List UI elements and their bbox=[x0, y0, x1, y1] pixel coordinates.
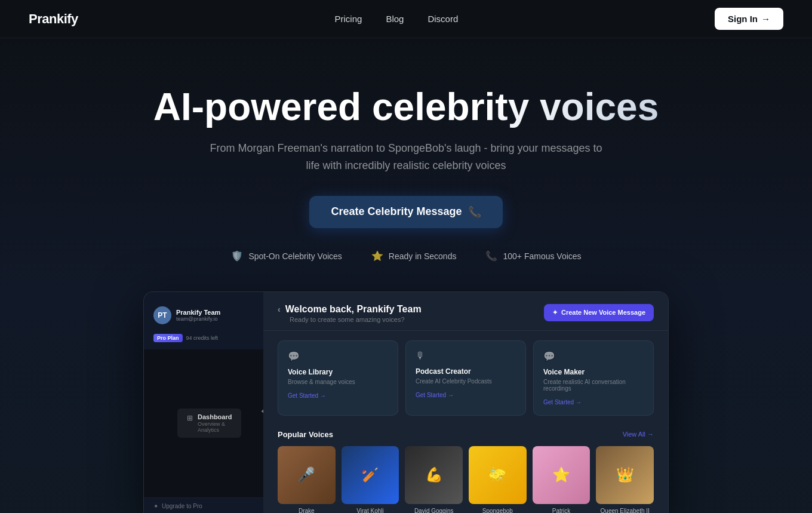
voice-thumb-virat: 🏏 bbox=[342, 446, 399, 504]
voice-thumb-drake: 🎤 bbox=[278, 446, 336, 504]
voice-name-patrick: Patrick bbox=[533, 508, 590, 513]
voice-card-virat[interactable]: 🏏 Virat Kohli bbox=[342, 446, 399, 513]
voice-card-spongebob[interactable]: 🧽 Spongebob bbox=[469, 446, 527, 513]
voice-card-drake[interactable]: 🎤 Drake bbox=[278, 446, 336, 513]
hero-title: AI-powered celebrity voices bbox=[29, 86, 783, 128]
card-desc-1: Browse & manage voices bbox=[288, 379, 388, 385]
hero-subtitle: From Morgan Freeman's narration to Spong… bbox=[209, 140, 603, 174]
card-link-3[interactable]: Get Started → bbox=[543, 399, 644, 406]
avatar: PT bbox=[153, 306, 171, 324]
voice-name-queen: Queen Elizabeth II bbox=[596, 508, 654, 513]
credits-text: 94 credits left bbox=[186, 335, 219, 341]
voice-name-goggins: David Goggins bbox=[405, 508, 463, 513]
voice-thumb-patrick: ⭐ bbox=[533, 446, 590, 504]
card-icon-2: 🎙 bbox=[416, 351, 516, 361]
welcome-text: ‹ Welcome back, Prankify Team bbox=[278, 304, 422, 315]
sparkle-icon: ✦ bbox=[552, 309, 558, 317]
card-desc-3: Create realistic AI conversation recordi… bbox=[543, 379, 644, 392]
card-title-2: Podcast Creator bbox=[416, 367, 516, 376]
upgrade-button[interactable]: ✦ Upgrade to Pro bbox=[144, 498, 263, 513]
card-title-1: Voice Library bbox=[288, 368, 388, 376]
cards-row: 💬 Voice Library Browse & manage voices G… bbox=[263, 331, 668, 425]
signin-button[interactable]: Sign In → bbox=[715, 8, 783, 30]
sidebar-user: PT Prankify Team team@prankify.io bbox=[144, 302, 263, 331]
phone-icon-2: 📞 bbox=[485, 250, 498, 263]
feature-label-1: Spot-On Celebrity Voices bbox=[248, 251, 342, 261]
voices-grid: 🎤 Drake 🏏 Virat Kohli 💪 bbox=[278, 446, 654, 513]
card-podcast-creator[interactable]: 🎙 Podcast Creator Create AI Celebrity Po… bbox=[405, 340, 526, 416]
cta-button[interactable]: Create Celebrity Message 📞 bbox=[309, 196, 502, 228]
nav-link-blog[interactable]: Blog bbox=[386, 14, 404, 24]
user-info: Prankify Team team@prankify.io bbox=[176, 309, 254, 322]
feature-label-2: Ready in Seconds bbox=[389, 251, 457, 261]
feature-ready-seconds: ⭐ Ready in Seconds bbox=[371, 250, 457, 263]
welcome-subtitle: Ready to create some amazing voices? bbox=[278, 316, 422, 323]
popular-title: Popular Voices bbox=[278, 430, 333, 439]
sidebar-label-dashboard: Dashboard bbox=[198, 413, 232, 420]
welcome-message: Welcome back, Prankify Team bbox=[285, 304, 422, 315]
signin-label: Sign In bbox=[728, 14, 758, 24]
card-icon-1: 💬 bbox=[288, 351, 388, 362]
popular-header: Popular Voices View All → bbox=[278, 430, 654, 439]
sidebar-nav: ⊞ Dashboard Overview & Analytics ✦ Voice… bbox=[144, 349, 263, 498]
create-new-label: Create New Voice Message bbox=[561, 309, 645, 316]
voice-thumb-queen: 👑 bbox=[596, 446, 654, 504]
card-link-1[interactable]: Get Started → bbox=[288, 392, 388, 399]
username: Prankify Team bbox=[176, 309, 254, 316]
feature-label-3: 100+ Famous Voices bbox=[503, 251, 581, 261]
logo: Prankify bbox=[29, 11, 78, 27]
upgrade-icon: ✦ bbox=[153, 503, 158, 509]
nav-link-discord[interactable]: Discord bbox=[427, 14, 458, 24]
voice-card-queen[interactable]: 👑 Queen Elizabeth II bbox=[596, 446, 654, 513]
create-new-button[interactable]: ✦ Create New Voice Message bbox=[544, 304, 654, 321]
cta-label: Create Celebrity Message bbox=[331, 205, 462, 218]
voice-thumb-goggins: 💪 bbox=[405, 446, 463, 504]
hero-section: AI-powered celebrity voices From Morgan … bbox=[0, 38, 812, 291]
feature-famous-voices: 📞 100+ Famous Voices bbox=[485, 250, 581, 263]
voice-name-virat: Virat Kohli bbox=[342, 508, 399, 513]
preview-container: PT Prankify Team team@prankify.io Pro Pl… bbox=[0, 291, 812, 513]
card-link-2[interactable]: Get Started → bbox=[416, 392, 516, 398]
navbar: Prankify Pricing Blog Discord Sign In → bbox=[0, 0, 812, 38]
feature-celebrity-voices: 🛡️ Spot-On Celebrity Voices bbox=[230, 250, 342, 263]
view-all-link[interactable]: View All → bbox=[623, 431, 654, 438]
voice-card-patrick[interactable]: ⭐ Patrick bbox=[533, 446, 590, 513]
star-icon: ⭐ bbox=[371, 250, 384, 263]
main-header: ‹ Welcome back, Prankify Team Ready to c… bbox=[263, 292, 668, 331]
sidebar-desc-dashboard: Overview & Analytics bbox=[198, 421, 232, 433]
features-row: 🛡️ Spot-On Celebrity Voices ⭐ Ready in S… bbox=[29, 250, 783, 263]
dashboard-icon: ⊞ bbox=[187, 414, 193, 422]
card-title-3: Voice Maker bbox=[543, 368, 644, 376]
arrow-icon: → bbox=[761, 14, 770, 24]
voice-name-spongebob: Spongebob bbox=[469, 508, 527, 513]
card-voice-maker[interactable]: 💬 Voice Maker Create realistic AI conver… bbox=[533, 340, 654, 416]
user-email: team@prankify.io bbox=[176, 316, 254, 322]
card-icon-3: 💬 bbox=[543, 351, 644, 362]
shield-icon: 🛡️ bbox=[230, 250, 244, 263]
voice-name-drake: Drake bbox=[278, 508, 336, 513]
main-content: ‹ Welcome back, Prankify Team Ready to c… bbox=[263, 292, 668, 513]
phone-icon: 📞 bbox=[468, 205, 481, 219]
voice-card-goggins[interactable]: 💪 David Goggins bbox=[405, 446, 463, 513]
sidebar-item-dashboard[interactable]: ⊞ Dashboard Overview & Analytics bbox=[177, 408, 241, 438]
nav-link-pricing[interactable]: Pricing bbox=[335, 14, 362, 24]
nav-links: Pricing Blog Discord bbox=[335, 14, 459, 24]
upgrade-label: Upgrade to Pro bbox=[162, 503, 202, 509]
voice-thumb-spongebob: 🧽 bbox=[469, 446, 527, 504]
card-voice-library[interactable]: 💬 Voice Library Browse & manage voices G… bbox=[278, 340, 398, 416]
back-arrow[interactable]: ‹ bbox=[278, 305, 281, 314]
popular-voices-section: Popular Voices View All → 🎤 Drake 🏏 bbox=[263, 425, 668, 513]
sidebar: PT Prankify Team team@prankify.io Pro Pl… bbox=[144, 292, 263, 513]
dashboard-preview: PT Prankify Team team@prankify.io Pro Pl… bbox=[143, 291, 669, 513]
card-desc-2: Create AI Celebrity Podcasts bbox=[416, 378, 516, 385]
badge-row: Pro Plan 94 credits left bbox=[144, 331, 263, 349]
pro-badge: Pro Plan bbox=[153, 334, 183, 342]
